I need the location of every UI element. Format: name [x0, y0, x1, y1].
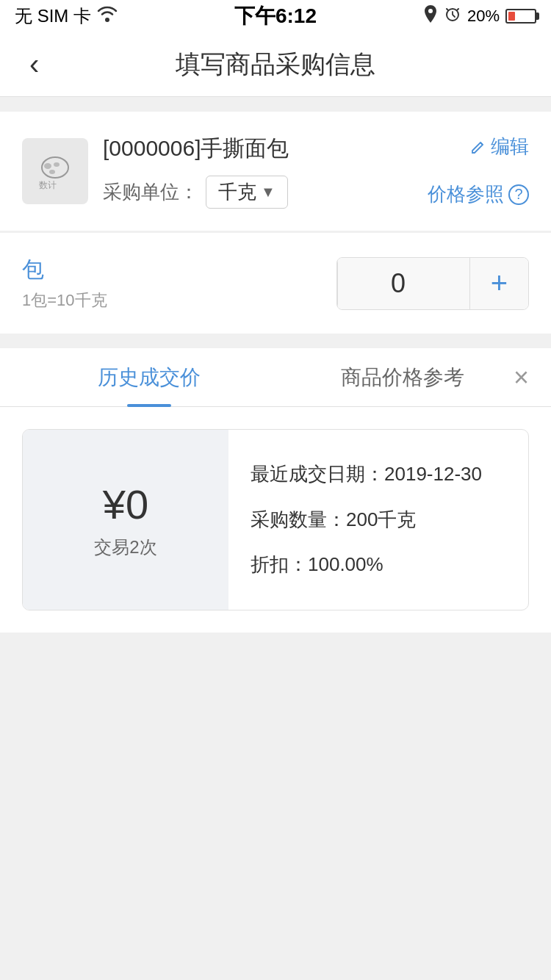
- quantity-unit-name: 包: [22, 255, 107, 285]
- page-title: 填写商品采购信息: [176, 48, 375, 82]
- tab-panel: 历史成交价 商品价格参考 × ¥0 交易2次 最近成交日期：2019-12-30…: [0, 348, 551, 633]
- quantity-label: 包 1包=10千克: [22, 255, 107, 311]
- back-button[interactable]: ‹: [22, 40, 46, 88]
- product-left: 数计 [0000006]手撕面包 采购单位： 千克 ▼: [22, 134, 289, 209]
- quantity-plus-button[interactable]: +: [469, 258, 528, 309]
- transaction-right: 最近成交日期：2019-12-30 采购数量：200千克 折扣：100.00%: [228, 430, 528, 610]
- quantity-control: +: [336, 257, 529, 310]
- svg-text:数计: 数计: [39, 180, 57, 190]
- help-icon: ?: [508, 184, 529, 205]
- unit-label-text: 采购单位：: [103, 179, 198, 205]
- carrier-text: 无 SIM 卡: [15, 4, 91, 28]
- product-header: 数计 [0000006]手撕面包 采购单位： 千克 ▼ 编辑 价: [22, 134, 529, 209]
- product-name: [0000006]手撕面包: [103, 134, 289, 164]
- tab-price-ref-label: 商品价格参考: [341, 364, 464, 392]
- unit-value: 千克: [218, 179, 256, 205]
- transaction-count: 交易2次: [94, 536, 156, 559]
- date-label: 最近成交日期：: [251, 463, 384, 485]
- tab-header: 历史成交价 商品价格参考 ×: [0, 348, 551, 407]
- yen-symbol: ¥: [103, 481, 126, 527]
- edit-label: 编辑: [491, 134, 529, 159]
- battery-icon: [505, 9, 536, 24]
- product-thumbnail: 数计: [22, 138, 88, 204]
- transaction-price: ¥0: [103, 480, 148, 528]
- price-value: 0: [126, 481, 148, 527]
- quantity-row: 包 1包=10千克 +: [0, 232, 551, 334]
- status-time: 下午6:12: [234, 2, 317, 30]
- wifi-icon: [97, 6, 118, 26]
- svg-point-2: [44, 163, 51, 169]
- price-ref-button[interactable]: 价格参照 ?: [428, 181, 529, 207]
- transaction-qty: 采购数量：200千克: [251, 505, 506, 536]
- transaction-date: 最近成交日期：2019-12-30: [251, 459, 506, 490]
- discount-value: 100.00%: [308, 553, 383, 575]
- price-ref-label: 价格参照: [428, 181, 504, 207]
- qty-label: 采购数量：: [251, 508, 346, 530]
- svg-point-3: [54, 162, 60, 167]
- tab-price-ref[interactable]: 商品价格参考: [276, 348, 529, 407]
- unit-dropdown-arrow: ▼: [261, 184, 276, 201]
- alarm-icon: [444, 5, 461, 27]
- edit-button[interactable]: 编辑: [470, 134, 529, 159]
- unit-select[interactable]: 千克 ▼: [206, 176, 288, 209]
- transaction-left: ¥0 交易2次: [23, 430, 228, 610]
- tab-history-price[interactable]: 历史成交价: [22, 348, 276, 407]
- nav-bar: ‹ 填写商品采购信息: [0, 32, 551, 97]
- svg-point-4: [49, 170, 55, 174]
- product-unit-row: 采购单位： 千克 ▼: [103, 176, 289, 209]
- product-info: [0000006]手撕面包 采购单位： 千克 ▼: [103, 134, 289, 209]
- product-card: 数计 [0000006]手撕面包 采购单位： 千克 ▼ 编辑 价: [0, 112, 551, 231]
- tab-close-button[interactable]: ×: [514, 362, 529, 393]
- qty-value: 200千克: [346, 508, 416, 530]
- status-bar: 无 SIM 卡 下午6:12 20%: [0, 0, 551, 32]
- status-right: 20%: [423, 5, 536, 27]
- product-actions: 编辑 价格参照 ?: [428, 134, 529, 207]
- date-value: 2019-12-30: [384, 463, 482, 485]
- bottom-content: [0, 633, 551, 980]
- discount-label: 折扣：: [251, 553, 308, 575]
- transaction-discount: 折扣：100.00%: [251, 550, 506, 580]
- tab-content: ¥0 交易2次 最近成交日期：2019-12-30 采购数量：200千克 折扣：…: [0, 407, 551, 633]
- transaction-card: ¥0 交易2次 最近成交日期：2019-12-30 采购数量：200千克 折扣：…: [22, 429, 529, 610]
- quantity-unit-equiv: 1包=10千克: [22, 289, 107, 311]
- location-icon: [423, 5, 438, 27]
- tab-history-price-label: 历史成交价: [98, 364, 201, 392]
- quantity-input[interactable]: [337, 258, 469, 309]
- battery-percent: 20%: [467, 7, 500, 26]
- status-left: 无 SIM 卡: [15, 4, 118, 28]
